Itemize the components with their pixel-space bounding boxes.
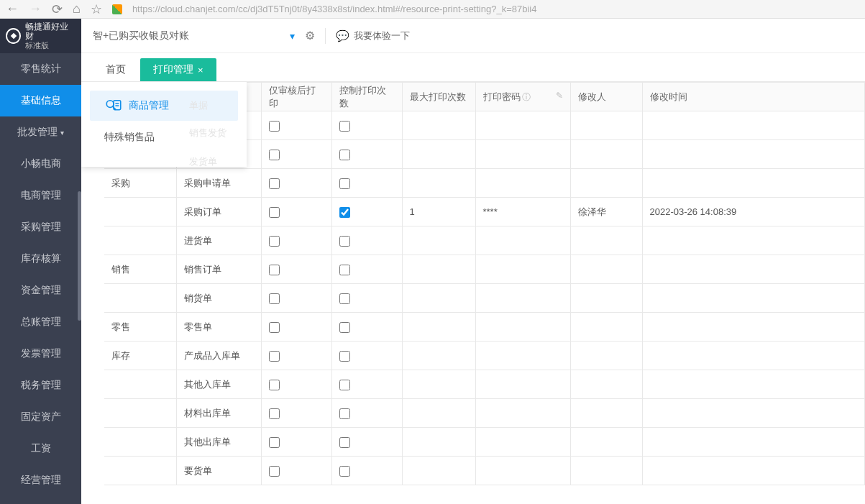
cell-pwd[interactable]	[475, 370, 570, 399]
checkbox[interactable]	[339, 380, 350, 390]
checkbox[interactable]	[269, 265, 280, 275]
cell-pwd[interactable]	[475, 284, 570, 313]
sidebar-item[interactable]: 固定资产	[0, 401, 81, 433]
sidebar-item[interactable]: 基础信息	[0, 85, 81, 116]
checkbox[interactable]	[339, 437, 350, 448]
cell-pwd[interactable]	[475, 140, 570, 169]
cell-audit	[261, 255, 331, 284]
cell-pwd[interactable]	[475, 457, 570, 485]
cell-max[interactable]	[402, 169, 475, 198]
checkbox[interactable]	[339, 265, 350, 275]
cell-max[interactable]	[402, 226, 475, 255]
checkbox[interactable]	[269, 121, 280, 132]
address-bar[interactable]: https://cloud.chanjet.com/cc/dj3dT5Tnj0t…	[132, 4, 859, 14]
sidebar-item[interactable]: 工资	[0, 433, 81, 464]
cell-bill-type: 其他入库单	[176, 370, 261, 399]
cell-max[interactable]	[402, 457, 475, 485]
tab[interactable]: 打印管理×	[140, 58, 216, 81]
checkbox[interactable]	[339, 236, 350, 247]
checkbox[interactable]	[269, 351, 280, 362]
submenu-item[interactable]: 商品管理	[90, 91, 238, 121]
checkbox[interactable]	[269, 380, 280, 390]
cell-max[interactable]	[402, 255, 475, 284]
cell-pwd[interactable]	[475, 428, 570, 457]
checkbox[interactable]	[269, 236, 280, 247]
sidebar-item[interactable]: 小畅电商	[0, 148, 81, 180]
checkbox[interactable]	[339, 178, 350, 189]
nav-reload-icon[interactable]: ⟳	[52, 1, 63, 17]
cell-pwd[interactable]: ****	[475, 198, 570, 226]
nav-star-icon[interactable]: ☆	[91, 1, 102, 17]
cell-max[interactable]	[402, 140, 475, 169]
cell-max[interactable]	[402, 313, 475, 342]
cell-pwd[interactable]	[475, 169, 570, 198]
cell-pwd[interactable]	[475, 255, 570, 284]
cell-pwd[interactable]	[475, 313, 570, 342]
cell-max[interactable]	[402, 342, 475, 370]
checkbox[interactable]	[269, 207, 280, 218]
sidebar-item[interactable]: 电商管理	[0, 180, 81, 211]
checkbox[interactable]	[269, 322, 280, 333]
cell-max[interactable]	[402, 428, 475, 457]
cell-time	[642, 370, 865, 399]
cell-max[interactable]	[402, 399, 475, 428]
table-row: 采购采购申请单	[104, 169, 865, 198]
sidebar-item[interactable]: 发票管理	[0, 338, 81, 370]
nav-home-icon[interactable]: ⌂	[73, 1, 81, 17]
cell-pwd[interactable]	[475, 111, 570, 140]
sidebar-item[interactable]: 资金管理	[0, 275, 81, 306]
cell-module	[104, 284, 176, 313]
edit-icon[interactable]: ✎	[556, 91, 563, 101]
th-max-count: 最大打印次数	[402, 83, 475, 111]
close-icon[interactable]: ×	[198, 65, 203, 75]
checkbox[interactable]	[269, 150, 280, 160]
cell-max[interactable]: 1	[402, 198, 475, 226]
topbar: 智+已购买收银员对账 ▾ ⚙ 💬 我要体验一下	[81, 19, 865, 53]
trial-link[interactable]: 💬 我要体验一下	[336, 29, 410, 42]
sidebar-item[interactable]: 采购管理	[0, 211, 81, 243]
cell-time	[642, 284, 865, 313]
gear-icon[interactable]: ⚙	[305, 29, 315, 42]
submenu-item[interactable]: 特殊销售品	[90, 122, 238, 152]
nav-back-icon[interactable]: ←	[6, 1, 19, 17]
sidebar-item[interactable]: 批发管理▾	[0, 116, 81, 148]
cell-pwd[interactable]	[475, 399, 570, 428]
cell-max[interactable]	[402, 284, 475, 313]
cell-module	[104, 428, 176, 457]
checkbox[interactable]	[339, 150, 350, 160]
cell-pwd[interactable]	[475, 226, 570, 255]
table-row: 销货单	[104, 284, 865, 313]
checkbox[interactable]	[269, 178, 280, 189]
cell-time	[642, 255, 865, 284]
cell-module: 采购	[104, 169, 176, 198]
checkbox[interactable]	[269, 408, 280, 419]
checkbox[interactable]	[339, 293, 350, 304]
cell-bill-type: 销售订单	[176, 255, 261, 284]
checkbox[interactable]	[339, 408, 350, 419]
sidebar-item-label: 电商管理	[21, 189, 61, 202]
sidebar-item[interactable]: 总账管理	[0, 306, 81, 338]
sidebar-item[interactable]: 税务管理	[0, 370, 81, 401]
cell-max[interactable]	[402, 111, 475, 140]
tab-label: 首页	[106, 63, 126, 76]
cell-user	[570, 370, 642, 399]
checkbox[interactable]	[339, 207, 350, 218]
cell-audit	[261, 370, 331, 399]
security-shield-icon	[112, 4, 122, 14]
checkbox[interactable]	[269, 466, 280, 477]
cell-audit	[261, 428, 331, 457]
checkbox[interactable]	[339, 466, 350, 477]
help-icon[interactable]: ⓘ	[522, 92, 531, 102]
sidebar-item[interactable]: 经营管理	[0, 464, 81, 496]
sidebar-item[interactable]: 库存核算	[0, 243, 81, 275]
checkbox[interactable]	[339, 121, 350, 132]
cell-max[interactable]	[402, 370, 475, 399]
tab[interactable]: 首页	[93, 58, 139, 81]
cell-pwd[interactable]	[475, 342, 570, 370]
checkbox[interactable]	[339, 322, 350, 333]
checkbox[interactable]	[269, 437, 280, 448]
checkbox[interactable]	[339, 351, 350, 362]
account-selector[interactable]: 智+已购买收银员对账 ▾	[93, 29, 295, 42]
sidebar-item[interactable]: 零售统计	[0, 53, 81, 85]
checkbox[interactable]	[269, 293, 280, 304]
